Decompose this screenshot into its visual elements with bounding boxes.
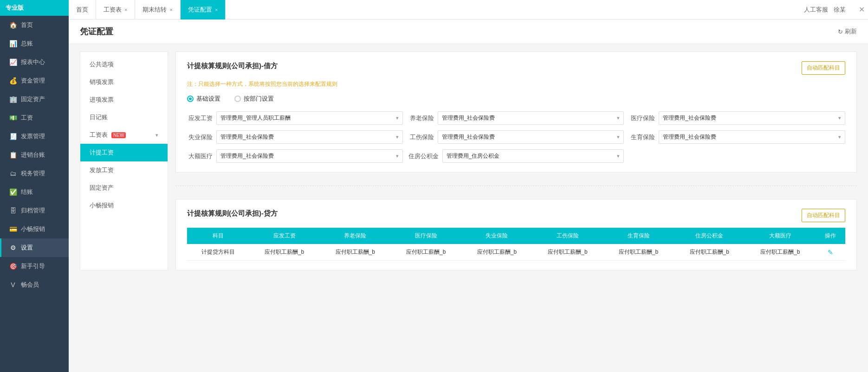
field-major-medical: 大额医疗 管理费用_社会保险费 ▾: [187, 149, 403, 163]
sidebar-item-closing-label: 结账: [21, 188, 33, 196]
radio-dept-settings[interactable]: 按部门设置: [234, 95, 274, 103]
sidebar-item-archive-label: 归档管理: [21, 206, 45, 215]
content-area: 公共选项 销项发票 进项发票 日记账 工资表 NEW ▾ 计提工资: [69, 44, 868, 278]
page-title: 凭证配置: [80, 26, 113, 37]
sidebar-item-purchase-sales[interactable]: 📋 进销台账: [0, 146, 69, 164]
tab-period-closing-label: 期末结转: [143, 6, 167, 14]
sidebar-item-fixed-assets[interactable]: 🏢 固定资产: [0, 90, 69, 109]
sidebar-item-archive[interactable]: 🗄 归档管理: [0, 201, 69, 220]
pension-select[interactable]: 管理费用_社会保险费 ▾: [438, 111, 624, 125]
sidebar-item-home[interactable]: 🏠 首页: [0, 16, 69, 34]
workinjury-value: 管理费用_社会保险费: [442, 133, 495, 141]
refresh-label: 刷新: [845, 27, 857, 36]
nav-item-expense-left-label: 小畅报销: [90, 201, 114, 210]
nav-arrow-icon: ▾: [155, 132, 158, 138]
nav-item-sales-invoice[interactable]: 销项发票: [80, 73, 168, 91]
credit-rules-header-row: 计提核算规则(公司承担)-贷方 自动匹配科目: [187, 209, 845, 222]
radio-basic-settings[interactable]: 基础设置: [187, 95, 220, 103]
tab-voucher-config[interactable]: 凭证配置 ×: [181, 0, 226, 19]
nav-item-sales-invoice-label: 销项发票: [90, 78, 114, 86]
auto-match-credit-button[interactable]: 自动匹配科目: [802, 209, 845, 222]
topbar: 首页 工资表 × 期末结转 × 凭证配置 × 人工客服 徐某 ✕: [69, 0, 868, 19]
radio-basic-label: 基础设置: [196, 95, 220, 103]
maternity-select[interactable]: 管理费用_社会保险费 ▾: [659, 130, 845, 144]
nav-item-pay-salary-label: 发放工资: [90, 166, 114, 174]
gross-salary-label: 应发工资: [187, 114, 213, 122]
sidebar: 专业版 🏠 首页 📊 总账 📈 报表中心 💰 资金管理 🏢 固定资产 💵 工资 …: [0, 0, 69, 372]
radio-group-debit: 基础设置 按部门设置: [187, 95, 845, 103]
sidebar-item-vip-label: 畅会员: [21, 281, 39, 289]
right-content: 计提核算规则(公司承担)-借方 自动匹配科目 注：只能选择一种方式，系统将按照您…: [175, 51, 857, 270]
edit-icon[interactable]: ✎: [828, 249, 833, 256]
sidebar-item-closing[interactable]: ✅ 结账: [0, 183, 69, 201]
refresh-button[interactable]: ↻ 刷新: [838, 27, 857, 36]
sidebar-scroll: 🏠 首页 📊 总账 📈 报表中心 💰 资金管理 🏢 固定资产 💵 工资 🧾 发票…: [0, 16, 69, 372]
maternity-label: 生育保险: [629, 133, 655, 141]
tab-period-closing[interactable]: 期末结转 ×: [135, 0, 180, 19]
page-header: 凭证配置 ↻ 刷新: [69, 19, 868, 44]
sidebar-item-vip[interactable]: V 畅会员: [0, 276, 69, 294]
debit-rules-header-row: 计提核算规则(公司承担)-借方 自动匹配科目: [187, 61, 845, 75]
sidebar-item-report-center[interactable]: 📈 报表中心: [0, 53, 69, 71]
sidebar-item-general-ledger[interactable]: 📊 总账: [0, 34, 69, 53]
credit-rules-section: 计提核算规则(公司承担)-贷方 自动匹配科目 科目 应发工资 养老保险 医疗保险…: [175, 199, 857, 270]
tab-period-closing-close[interactable]: ×: [169, 7, 172, 13]
archive-icon: 🗄: [9, 207, 17, 214]
th-housing: 住房公积金: [674, 228, 745, 244]
new-badge: NEW: [111, 132, 126, 138]
sidebar-item-tax-mgmt[interactable]: 🗂 税务管理: [0, 164, 69, 183]
expense-icon: 💳: [9, 225, 17, 233]
sidebar-item-tax-mgmt-label: 税务管理: [21, 169, 45, 178]
nav-item-public[interactable]: 公共选项: [80, 56, 168, 73]
sidebar-item-invoice-mgmt-label: 发票管理: [21, 132, 45, 141]
th-action: 操作: [816, 228, 845, 244]
workinjury-select[interactable]: 管理费用_社会保险费 ▾: [438, 130, 624, 144]
unemployment-select[interactable]: 管理费用_社会保险费 ▾: [216, 130, 403, 144]
chevron-down-icon-2: ▾: [617, 115, 620, 121]
major-medical-select[interactable]: 管理费用_社会保险费 ▾: [216, 149, 403, 163]
nav-item-expense-left[interactable]: 小畅报销: [80, 197, 168, 214]
nav-item-accrual-salary[interactable]: 计提工资: [80, 144, 168, 161]
invoice-icon: 🧾: [9, 133, 17, 140]
gross-salary-select[interactable]: 管理费用_管理人员职工薪酬 ▾: [216, 111, 403, 125]
medical-select[interactable]: 管理费用_社会保险费 ▾: [659, 111, 845, 125]
td-gross-val: 应付职工薪酬_b: [249, 244, 320, 261]
sidebar-item-invoice-mgmt[interactable]: 🧾 发票管理: [0, 127, 69, 146]
chevron-down-icon-7: ▾: [396, 153, 399, 159]
nav-item-payroll[interactable]: 工资表 NEW ▾: [80, 126, 168, 144]
auto-match-debit-button[interactable]: 自动匹配科目: [802, 61, 845, 75]
field-maternity: 生育保险 管理费用_社会保险费 ▾: [629, 130, 845, 144]
tab-home[interactable]: 首页: [69, 0, 96, 19]
th-pension: 养老保险: [320, 228, 391, 244]
sidebar-item-salary[interactable]: 💵 工资: [0, 109, 69, 127]
housing-fund-select[interactable]: 管理费用_住房公积金 ▾: [442, 149, 624, 163]
nav-item-purchase-invoice[interactable]: 进项发票: [80, 91, 168, 109]
sidebar-item-fund-mgmt-label: 资金管理: [21, 77, 45, 85]
nav-item-fixed-assets-left[interactable]: 固定资产: [80, 179, 168, 197]
sidebar-header: 专业版: [0, 0, 69, 16]
window-close-button[interactable]: ✕: [855, 3, 868, 16]
sidebar-item-fund-mgmt[interactable]: 💰 资金管理: [0, 71, 69, 90]
sidebar-item-expense[interactable]: 💳 小畅报销: [0, 220, 69, 238]
th-workinjury: 工伤保险: [532, 228, 603, 244]
nav-item-public-label: 公共选项: [90, 60, 114, 69]
tab-voucher-config-close[interactable]: ×: [215, 7, 218, 13]
sidebar-item-guide[interactable]: 🎯 新手引导: [0, 257, 69, 276]
field-gross-salary: 应发工资 管理费用_管理人员职工薪酬 ▾: [187, 111, 403, 125]
td-action[interactable]: ✎: [816, 244, 845, 261]
sidebar-item-expense-label: 小畅报销: [21, 225, 45, 233]
sidebar-item-settings[interactable]: ⚙ 设置: [0, 238, 69, 257]
td-unemployment-val: 应付职工薪酬_b: [461, 244, 532, 261]
tab-salary-table-close[interactable]: ×: [124, 7, 127, 13]
home-icon: 🏠: [9, 21, 17, 29]
nav-item-journal[interactable]: 日记账: [80, 109, 168, 126]
field-pension: 养老保险 管理费用_社会保险费 ▾: [408, 111, 624, 125]
tab-voucher-config-label: 凭证配置: [188, 6, 212, 14]
page-container: 凭证配置 ↻ 刷新 公共选项 销项发票 进项发票 日记账: [69, 19, 868, 372]
topbar-right: 人工客服 徐某: [804, 6, 855, 14]
nav-item-pay-salary[interactable]: 发放工资: [80, 161, 168, 179]
tab-salary-table[interactable]: 工资表 ×: [96, 0, 135, 19]
workinjury-label: 工伤保险: [408, 133, 434, 141]
fund-icon: 💰: [9, 77, 17, 84]
unemployment-value: 管理费用_社会保险费: [220, 133, 274, 141]
